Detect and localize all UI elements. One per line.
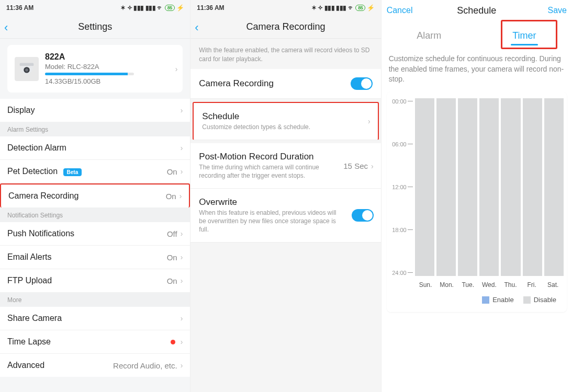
row-label: Share Camera <box>7 314 181 323</box>
back-icon[interactable]: ‹ <box>4 21 8 34</box>
wifi-icon: ᯤ <box>157 4 163 11</box>
status-time: 11:36 AM <box>6 4 33 11</box>
row-label: Display <box>7 106 181 115</box>
cancel-button[interactable]: Cancel <box>387 6 413 15</box>
row-label: Camera Recording <box>199 78 350 89</box>
row-label: Time Lapse <box>7 337 171 347</box>
day-column-sun[interactable] <box>415 98 434 276</box>
row-share-camera[interactable]: Share Camera › <box>0 307 190 330</box>
camera-model: Model: RLC-822A <box>45 63 175 71</box>
row-camera-recording[interactable]: Camera Recording On › <box>0 183 190 207</box>
toggle-overwrite[interactable] <box>352 209 374 222</box>
legend: Enable Disable <box>390 289 564 305</box>
chevron-right-icon: › <box>181 361 183 370</box>
time-axis: 00:00 06:00 12:00 18:00 24:00 <box>390 98 415 276</box>
row-camera-recording-toggle[interactable]: Camera Recording <box>190 69 380 99</box>
signal2-icon: ▮▮▮ <box>336 4 346 11</box>
time-label: 18:00 <box>392 227 407 233</box>
camera-name: 822A <box>45 52 175 62</box>
row-advanced[interactable]: Advanced Record Audio, etc. › <box>0 354 190 377</box>
row-overwrite[interactable]: Overwrite When this feature is enabled, … <box>190 189 380 243</box>
chevron-right-icon: › <box>175 65 178 73</box>
row-sublabel: Customize detection types & schedule. <box>202 123 369 132</box>
legend-disable-label: Disable <box>534 296 556 304</box>
day-column-mon[interactable] <box>436 98 456 276</box>
chevron-right-icon: › <box>180 192 182 200</box>
vibrate-icon: ✧ <box>318 4 323 11</box>
time-label: 06:00 <box>392 141 407 147</box>
camera-thumbnail <box>15 57 39 81</box>
storage-text: 14.33GB/15.00GB <box>45 77 175 85</box>
camera-card[interactable]: 822A Model: RLC-822A 14.33GB/15.00GB › <box>7 45 183 93</box>
bluetooth-icon: ✶ <box>311 4 317 11</box>
row-label: Email Alerts <box>7 252 167 262</box>
chevron-right-icon: › <box>181 338 183 346</box>
day-label: Mon. <box>436 281 457 289</box>
row-ftp-upload[interactable]: FTP Upload On › <box>0 269 190 292</box>
chevron-right-icon: › <box>181 144 183 152</box>
svg-point-2 <box>25 68 28 72</box>
highlight-annotation <box>501 20 557 49</box>
row-label: FTP Upload <box>7 276 167 285</box>
signal-icon: ▮▮▮ <box>133 4 144 11</box>
svg-rect-0 <box>20 63 34 66</box>
tab-alarm[interactable]: Alarm <box>382 25 477 47</box>
day-column-tue[interactable] <box>458 98 477 276</box>
day-label: Wed. <box>479 281 500 289</box>
schedule-grid[interactable] <box>415 98 564 276</box>
chevron-right-icon: › <box>181 314 183 322</box>
day-column-thu[interactable] <box>501 98 520 276</box>
back-icon[interactable]: ‹ <box>195 21 198 34</box>
signal2-icon: ▮▮▮ <box>145 4 156 11</box>
time-label: 12:00 <box>392 184 407 190</box>
row-schedule[interactable]: Schedule Customize detection types & sch… <box>193 102 378 141</box>
chevron-right-icon: › <box>181 253 183 261</box>
row-push-notifications[interactable]: Push Notifications Off › <box>0 222 190 246</box>
toggle-camera-recording[interactable] <box>351 77 373 90</box>
row-label: Schedule <box>202 111 369 122</box>
red-dot-indicator <box>171 340 175 344</box>
battery-icon: 85 <box>165 5 175 11</box>
status-bar: 11:36 AM ✶ ✧ ▮▮▮ ▮▮▮ ᯤ 85 ⚡ <box>0 0 190 16</box>
row-pet-detection[interactable]: Pet Detection Beta On › <box>0 160 190 183</box>
row-detection-alarm[interactable]: Detection Alarm › <box>0 136 190 160</box>
row-display[interactable]: Display › <box>0 99 190 122</box>
row-label: Overwrite <box>199 197 372 207</box>
vibrate-icon: ✧ <box>127 4 132 11</box>
status-icons: ✶ ✧ ▮▮▮ ▮▮▮ ᯤ 85 ⚡ <box>120 4 184 11</box>
charge-icon: ⚡ <box>176 4 184 11</box>
chevron-right-icon: › <box>181 276 183 285</box>
battery-icon: 85 <box>355 5 365 11</box>
chevron-right-icon: › <box>371 162 374 170</box>
day-column-wed[interactable] <box>479 98 499 276</box>
row-post-motion[interactable]: Post-Motion Record Duration The time dur… <box>190 143 380 189</box>
status-bar: 11:36 AM ✶ ✧ ▮▮▮ ▮▮▮ ᯤ 85 ⚡ <box>190 0 380 16</box>
section-more: More <box>0 292 190 307</box>
day-column-sat[interactable] <box>544 98 564 276</box>
section-notification-settings: Notification Settings <box>0 207 190 222</box>
page-title: Camera Recording <box>246 21 325 32</box>
time-label: 00:00 <box>392 98 407 105</box>
row-value: Off <box>167 229 177 238</box>
row-email-alerts[interactable]: Email Alerts On › <box>0 246 190 269</box>
beta-badge: Beta <box>63 168 82 176</box>
bluetooth-icon: ✶ <box>120 4 126 11</box>
row-time-lapse[interactable]: Time Lapse › <box>0 330 190 354</box>
day-column-fri[interactable] <box>523 98 542 276</box>
day-axis: Sun. Mon. Tue. Wed. Thu. Fri. Sat. <box>390 281 564 289</box>
schedule-description: Customize schedule for continuous record… <box>382 47 572 90</box>
page-title: Settings <box>78 21 112 32</box>
status-time: 11:36 AM <box>197 4 224 11</box>
row-value: On <box>166 192 176 201</box>
save-button[interactable]: Save <box>548 6 567 15</box>
schedule-screen: Cancel Schedule Save Alarm Timer Customi… <box>382 0 572 392</box>
row-sublabel: When this feature is enabled, previous v… <box>199 209 372 234</box>
row-value: On <box>167 167 177 176</box>
day-label: Tue. <box>457 281 479 289</box>
nav-bar: ‹ Camera Recording <box>190 16 380 39</box>
legend-enable-swatch <box>482 296 489 304</box>
day-label: Thu. <box>500 281 521 289</box>
row-value: 15 Sec <box>343 162 368 170</box>
nav-bar: ‹ Settings <box>0 16 190 39</box>
row-label: Pet Detection Beta <box>7 167 167 176</box>
